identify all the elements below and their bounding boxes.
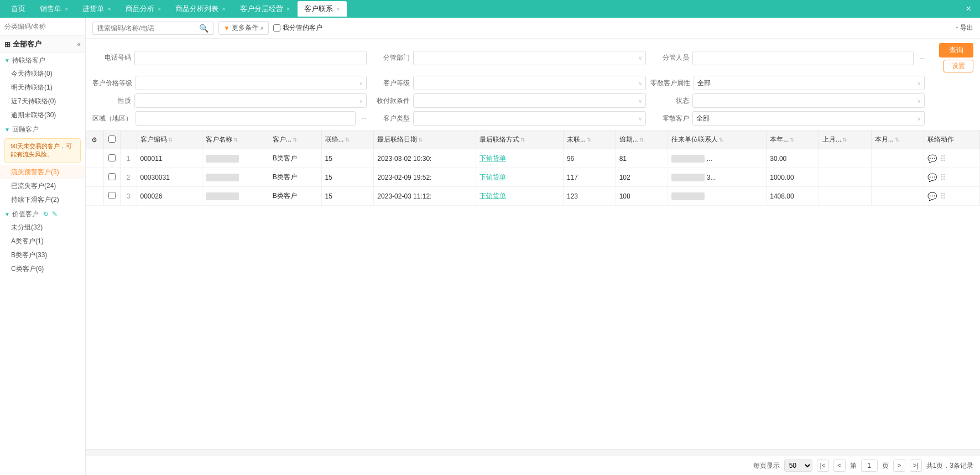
price-level-select[interactable]: ∨	[135, 76, 367, 90]
th-contact-person[interactable]: 往来单位联系人⇅	[668, 131, 767, 149]
row-action-chat-icon[interactable]: 💬	[927, 192, 937, 201]
sidebar-item-tomorrow[interactable]: 明天待联络(1)	[0, 81, 85, 95]
status-select[interactable]: ∨	[692, 93, 925, 108]
row-checkbox-cell[interactable]	[103, 168, 120, 187]
refresh-icon[interactable]: ↻	[43, 210, 49, 218]
settings-button[interactable]: 设置	[943, 60, 973, 72]
row-action-more-icon[interactable]: ⠿	[940, 192, 946, 201]
my-customers-checkbox[interactable]	[273, 24, 280, 32]
sidebar-item-overdue[interactable]: 逾期未联络(30)	[0, 108, 85, 122]
th-overdue[interactable]: 逾期...⇅	[616, 131, 668, 149]
nav-tab-customer-contact-close[interactable]: ×	[336, 6, 340, 12]
row-checkbox-1[interactable]	[108, 173, 116, 180]
content-area: 🔍 ▼ 更多条件 ∧ 我分管的客户 ↑ 导出	[86, 18, 980, 475]
region-more-dots[interactable]: ···	[361, 114, 367, 122]
sidebar-section-pending[interactable]: ▼ 待联络客户	[0, 53, 85, 67]
zero-order-attr-select[interactable]: 全部 ∨	[694, 76, 925, 90]
th-code[interactable]: 客户编码⇅	[137, 131, 202, 149]
th-contacts[interactable]: 联络...⇅	[321, 131, 374, 149]
row-contact-blurred	[671, 192, 705, 200]
select-all-checkbox[interactable]	[108, 135, 116, 143]
export-button[interactable]: ↑ 导出	[955, 23, 973, 33]
query-button[interactable]: 查询	[939, 43, 973, 58]
row-action-chat-icon[interactable]: 💬	[927, 173, 937, 182]
section-review-label: 回顾客户	[12, 125, 39, 134]
sidebar-item-a-class[interactable]: A类客户(1)	[0, 234, 85, 248]
th-last-method[interactable]: 最后联络方式⇅	[476, 131, 564, 149]
phone-input[interactable]	[134, 51, 367, 65]
row-last-method[interactable]: 下销货单	[476, 168, 564, 187]
row-not-contacted: 117	[563, 168, 616, 187]
next-page-button[interactable]: >	[893, 460, 905, 472]
page-size-select[interactable]: 50 100 200	[784, 460, 812, 472]
nav-tab-purchase-close[interactable]: ×	[107, 6, 111, 12]
th-last-month[interactable]: 上月...⇅	[819, 131, 872, 149]
zero-customer-select[interactable]: 全部 ∨	[692, 111, 925, 126]
nav-close-all-button[interactable]: ×	[962, 4, 976, 14]
nav-tab-customer-tier-close[interactable]: ×	[286, 6, 290, 12]
nav-tab-analysis[interactable]: 商品分析 ×	[119, 1, 168, 17]
row-checkbox-cell[interactable]	[103, 149, 120, 168]
edit-icon[interactable]: ✎	[52, 210, 58, 218]
staff-more-dots[interactable]: ···	[919, 54, 925, 62]
row-this-month	[871, 187, 924, 206]
row-last-method[interactable]: 下销货单	[476, 187, 564, 206]
nav-tab-sales[interactable]: 销售单 ×	[33, 1, 75, 17]
nav-tab-home[interactable]: 首页	[4, 1, 32, 17]
nav-tab-customer-contact[interactable]: 客户联系 ×	[298, 1, 346, 17]
region-select[interactable]	[135, 111, 356, 126]
th-checkbox[interactable]	[103, 131, 120, 149]
th-this-month[interactable]: 本月...⇅	[871, 131, 924, 149]
sidebar-section-value[interactable]: ▼ 价值客户 ↻ ✎	[0, 207, 85, 221]
row-action-more-icon[interactable]: ⠿	[940, 173, 946, 182]
search-submit-icon[interactable]: 🔍	[199, 24, 208, 33]
th-this-year[interactable]: 本年...⇅	[767, 131, 819, 149]
row-checkbox-cell[interactable]	[103, 187, 120, 206]
sidebar-item-declining[interactable]: 持续下滑客户(2)	[0, 193, 85, 207]
nav-tab-analysis-list-close[interactable]: ×	[222, 6, 225, 12]
first-page-button[interactable]: |<	[817, 460, 829, 472]
row-last-method-link[interactable]: 下销货单	[479, 154, 506, 162]
search-input[interactable]	[97, 24, 197, 32]
page-number-input[interactable]	[861, 460, 878, 472]
payment-select[interactable]: ∨	[413, 93, 645, 108]
sidebar-all-customers[interactable]: ⊞ 全部客户 «	[0, 36, 85, 53]
th-last-date[interactable]: 最后联络日期⇅	[374, 131, 476, 149]
staff-select[interactable]	[692, 51, 914, 65]
sidebar-item-today[interactable]: 今天待联络(0)	[0, 67, 85, 81]
nav-tab-customer-tier[interactable]: 客户分层经营 ×	[233, 1, 296, 17]
sidebar-search-input[interactable]	[4, 23, 86, 30]
prev-page-button[interactable]: <	[833, 460, 846, 472]
row-last-method[interactable]: 下销货单	[476, 149, 564, 168]
sidebar-item-c-class[interactable]: C类客户(6)	[0, 262, 85, 276]
horizontal-scrollbar[interactable]	[86, 449, 980, 456]
last-page-button[interactable]: >|	[910, 460, 922, 472]
row-last-method-link[interactable]: 下销货单	[479, 173, 506, 181]
gender-select[interactable]: ∨	[134, 93, 367, 108]
row-last-method-link[interactable]: 下销货单	[479, 192, 506, 200]
my-customers-checkbox-label[interactable]: 我分管的客户	[273, 23, 322, 33]
row-action-chat-icon[interactable]: 💬	[927, 154, 937, 163]
more-conditions-button[interactable]: ▼ 更多条件 ∧	[218, 21, 269, 35]
nav-tab-analysis-list[interactable]: 商品分析列表 ×	[169, 1, 232, 17]
nav-tab-purchase[interactable]: 进货单 ×	[76, 1, 117, 17]
sidebar-item-b-class[interactable]: B类客户(33)	[0, 248, 85, 262]
row-action-more-icon[interactable]: ⠿	[940, 154, 946, 163]
th-name[interactable]: 客户名称⇅	[202, 131, 269, 149]
th-type[interactable]: 客户...⇅	[269, 131, 321, 149]
row-checkbox-0[interactable]	[108, 154, 116, 161]
sidebar-item-7days[interactable]: 近7天待联络(0)	[0, 95, 85, 108]
sidebar-item-churn-warning[interactable]: 流失预警客户(3)	[0, 165, 85, 179]
sidebar-section-review[interactable]: ▼ 回顾客户	[0, 122, 85, 136]
dept-select[interactable]: ∨	[413, 51, 645, 65]
gender-label: 性质	[92, 96, 131, 106]
row-checkbox-2[interactable]	[108, 192, 116, 199]
customer-type-select[interactable]: ∨	[413, 111, 645, 126]
sidebar-item-ungroup[interactable]: 未分组(32)	[0, 221, 85, 234]
nav-tab-analysis-close[interactable]: ×	[158, 6, 161, 12]
th-not-contacted[interactable]: 未联...⇅	[563, 131, 616, 149]
sidebar-item-churned[interactable]: 已流失客户(24)	[0, 179, 85, 193]
customer-level-select[interactable]: ∨	[413, 76, 645, 90]
nav-tab-sales-close[interactable]: ×	[65, 6, 68, 12]
th-gear[interactable]: ⚙	[86, 131, 103, 149]
